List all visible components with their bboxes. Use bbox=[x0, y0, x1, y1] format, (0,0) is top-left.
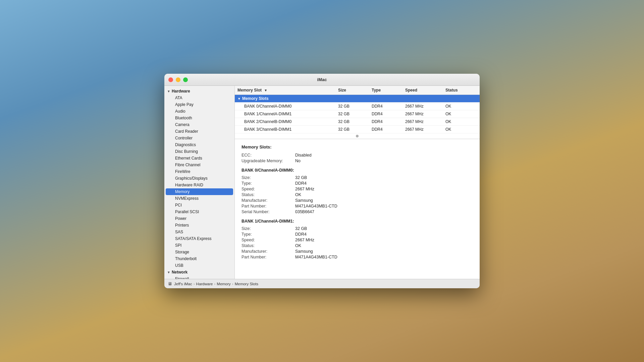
bank-0-status-value: OK bbox=[295, 192, 301, 197]
col-header-type[interactable]: Type bbox=[369, 88, 402, 93]
detail-label-upgradeable: Upgradeable Memory: bbox=[241, 159, 295, 163]
bank-0-manufacturer-row: Manufacturer: Samsung bbox=[241, 198, 473, 203]
bank-0-status-row: Status: OK bbox=[241, 192, 473, 197]
sidebar-item-firewire[interactable]: FireWire bbox=[166, 168, 233, 175]
close-button[interactable] bbox=[168, 77, 173, 82]
cell-slot-3: BANK 3/ChannelB-DIMM1 bbox=[235, 127, 335, 132]
sidebar-item-graphics-displays[interactable]: Graphics/Displays bbox=[166, 175, 233, 182]
bank-0-size-value: 32 GB bbox=[295, 175, 307, 180]
bank-0-serialnumber-row: Serial Number: 035B6647 bbox=[241, 209, 473, 214]
sidebar-item-sas[interactable]: SAS bbox=[166, 229, 233, 235]
cell-type-2: DDR4 bbox=[369, 119, 402, 124]
bank-1-type-value: DDR4 bbox=[295, 232, 307, 237]
breadcrumb-part-1: Hardware bbox=[196, 282, 213, 286]
cell-status-2: OK bbox=[443, 119, 476, 124]
sidebar-network-header[interactable]: ▼ Network bbox=[164, 269, 234, 276]
cell-size-1: 32 GB bbox=[335, 112, 369, 116]
title-bar: iMac bbox=[164, 74, 480, 86]
bank-0-type-row: Type: DDR4 bbox=[241, 181, 473, 186]
table-group-row[interactable]: ▼ Memory Slots bbox=[235, 95, 480, 103]
scroll-dot bbox=[356, 135, 359, 137]
detail-row-upgradeable: Upgradeable Memory: No bbox=[241, 159, 473, 163]
table-row[interactable]: BANK 0/ChannelA-DIMM0 32 GB DDR4 2667 MH… bbox=[235, 103, 480, 110]
table-section: ▼ Memory Slots BANK 0/ChannelA-DIMM0 32 … bbox=[235, 95, 480, 133]
group-label: ▼ Memory Slots bbox=[235, 96, 335, 101]
table-row[interactable]: BANK 3/ChannelB-DIMM1 32 GB DDR4 2667 MH… bbox=[235, 126, 480, 133]
sidebar-item-fibre-channel[interactable]: Fibre Channel bbox=[166, 162, 233, 168]
window-body: ▼ Hardware ATA Apple Pay Audio Bluetooth… bbox=[164, 86, 480, 279]
scroll-indicator bbox=[235, 133, 480, 139]
breadcrumb-sep-0: › bbox=[194, 282, 195, 286]
cell-slot-1: BANK 1/ChannelA-DIMM1 bbox=[235, 112, 335, 116]
cell-speed-2: 2667 MHz bbox=[402, 119, 443, 124]
sidebar-item-hardware-raid[interactable]: Hardware RAID bbox=[166, 182, 233, 188]
sidebar-item-nvmexpress[interactable]: NVMExpress bbox=[166, 195, 233, 202]
bank-1-speed-row: Speed: 2667 MHz bbox=[241, 238, 473, 242]
minimize-button[interactable] bbox=[176, 77, 180, 82]
col-header-size[interactable]: Size bbox=[335, 88, 369, 93]
col-header-slot[interactable]: Memory Slot ▼ bbox=[235, 88, 335, 93]
bank-0-partnumber-label: Part Number: bbox=[241, 204, 295, 208]
bank-1-manufacturer-label: Manufacturer: bbox=[241, 249, 295, 254]
detail-label-ecc: ECC: bbox=[241, 153, 295, 158]
bank-1-manufacturer-value: Samsung bbox=[295, 249, 313, 254]
bank-1-speed-value: 2667 MHz bbox=[295, 238, 314, 242]
sidebar-item-disc-burning[interactable]: Disc Burning bbox=[166, 148, 233, 155]
cell-size-3: 32 GB bbox=[335, 127, 369, 132]
col-header-status[interactable]: Status bbox=[443, 88, 476, 93]
sidebar-item-diagnostics[interactable]: Diagnostics bbox=[166, 141, 233, 148]
sidebar-item-controller[interactable]: Controller bbox=[166, 135, 233, 141]
sidebar: ▼ Hardware ATA Apple Pay Audio Bluetooth… bbox=[164, 86, 235, 279]
cell-type-0: DDR4 bbox=[369, 104, 402, 109]
breadcrumb-sep-2: › bbox=[232, 282, 233, 286]
sidebar-item-audio[interactable]: Audio bbox=[166, 108, 233, 115]
cell-speed-3: 2667 MHz bbox=[402, 127, 443, 132]
bank-1-title: BANK 1/ChannelA-DIMM1: bbox=[241, 219, 473, 224]
cell-speed-0: 2667 MHz bbox=[402, 104, 443, 109]
sidebar-item-memory[interactable]: Memory bbox=[166, 188, 233, 195]
bank-1-status-label: Status: bbox=[241, 243, 295, 248]
bank-1-partnumber-label: Part Number: bbox=[241, 255, 295, 259]
bank-1-type-row: Type: DDR4 bbox=[241, 232, 473, 237]
bank-0-size-row: Size: 32 GB bbox=[241, 175, 473, 180]
sidebar-item-thunderbolt[interactable]: Thunderbolt bbox=[166, 255, 233, 262]
breadcrumb-part-2: Memory bbox=[217, 282, 231, 286]
sidebar-hardware-label: Hardware bbox=[172, 89, 190, 94]
sidebar-item-usb[interactable]: USB bbox=[166, 262, 233, 269]
window-title: iMac bbox=[317, 77, 327, 82]
computer-icon: 🖥 bbox=[168, 281, 172, 286]
sidebar-item-parallel-scsi[interactable]: Parallel SCSI bbox=[166, 208, 233, 215]
sidebar-item-storage[interactable]: Storage bbox=[166, 249, 233, 255]
bank-0-serialnumber-label: Serial Number: bbox=[241, 209, 295, 214]
table-header: Memory Slot ▼ Size Type Speed Status bbox=[235, 86, 480, 95]
sidebar-item-bluetooth[interactable]: Bluetooth bbox=[166, 115, 233, 121]
maximize-button[interactable] bbox=[183, 77, 188, 82]
bank-0-speed-label: Speed: bbox=[241, 187, 295, 191]
sidebar-item-printers[interactable]: Printers bbox=[166, 222, 233, 229]
col-header-speed[interactable]: Speed bbox=[402, 88, 443, 93]
cell-status-3: OK bbox=[443, 127, 476, 132]
breadcrumb-sep-1: › bbox=[214, 282, 215, 286]
sidebar-item-apple-pay[interactable]: Apple Pay bbox=[166, 101, 233, 108]
sidebar-hardware-header[interactable]: ▼ Hardware bbox=[164, 88, 234, 95]
sidebar-item-spi[interactable]: SPI bbox=[166, 242, 233, 249]
table-row[interactable]: BANK 1/ChannelA-DIMM1 32 GB DDR4 2667 MH… bbox=[235, 110, 480, 118]
sidebar-item-ata[interactable]: ATA bbox=[166, 95, 233, 101]
sidebar-item-card-reader[interactable]: Card Reader bbox=[166, 128, 233, 135]
sidebar-item-ethernet-cards[interactable]: Ethernet Cards bbox=[166, 155, 233, 162]
detail-row-ecc: ECC: Disabled bbox=[241, 153, 473, 158]
cell-slot-0: BANK 0/ChannelA-DIMM0 bbox=[235, 104, 335, 109]
sidebar-item-camera[interactable]: Camera bbox=[166, 121, 233, 128]
window-buttons bbox=[168, 77, 188, 82]
bank-1-size-value: 32 GB bbox=[295, 226, 307, 231]
sidebar-item-firewall[interactable]: Firewall bbox=[166, 276, 233, 279]
sidebar-item-power[interactable]: Power bbox=[166, 215, 233, 222]
bank-0-type-value: DDR4 bbox=[295, 181, 307, 186]
breadcrumb-part-3: Memory Slots bbox=[235, 282, 258, 286]
sidebar-item-pci[interactable]: PCI bbox=[166, 202, 233, 208]
table-row[interactable]: BANK 2/ChannelB-DIMM0 32 GB DDR4 2667 MH… bbox=[235, 118, 480, 126]
sidebar-item-sata-express[interactable]: SATA/SATA Express bbox=[166, 235, 233, 242]
detail-area[interactable]: Memory Slots: ECC: Disabled Upgradeable … bbox=[235, 139, 480, 279]
bank-0-partnumber-row: Part Number: M471A4G43MB1-CTD bbox=[241, 204, 473, 208]
bank-0-speed-value: 2667 MHz bbox=[295, 187, 314, 191]
